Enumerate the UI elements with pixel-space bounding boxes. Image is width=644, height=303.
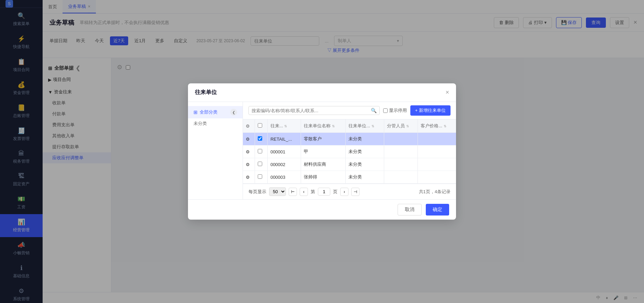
row-name: 张帅得: [301, 171, 346, 184]
row-sales-person: [384, 171, 418, 184]
partner-search-box[interactable]: 🔍: [248, 106, 380, 115]
sort-icon-price: ⇅: [444, 124, 446, 128]
table-row[interactable]: ⚙ 000001 甲 未分类: [243, 145, 456, 158]
partner-search-input[interactable]: [252, 108, 369, 113]
th-name: 往来单位名称 ⇅: [301, 119, 346, 133]
row-sales-person: [384, 145, 418, 158]
next-page-btn[interactable]: ›: [340, 188, 348, 196]
th-code: 往来... ⇅: [267, 119, 301, 133]
th-sales-person: 分管人员 ⇅: [384, 119, 418, 133]
row-3-checkbox[interactable]: [258, 162, 262, 166]
first-page-btn[interactable]: ⊢: [289, 188, 297, 196]
search-icon: 🔍: [371, 108, 377, 113]
partner-modal: 往来单位 × ⊞ 全部分类 ❮ 未分类 🔍: [188, 83, 456, 220]
page-label-before: 第: [311, 189, 315, 195]
last-page-btn[interactable]: ⊣: [351, 188, 359, 196]
page-number-input[interactable]: [318, 188, 330, 196]
partner-table: ⚙ 往来... ⇅ 往来单位名称 ⇅: [243, 119, 456, 184]
sort-icon-code: ⇅: [284, 124, 287, 128]
total-info: 共1页，4条记录: [419, 189, 451, 195]
row-settings[interactable]: ⚙: [243, 171, 255, 184]
row-price-level: [418, 158, 456, 171]
table-row[interactable]: ⚙ 000002 材料供应商 未分类: [243, 158, 456, 171]
modal-right: 🔍 显示停用 + 新增往来单位 ⚙: [243, 102, 456, 199]
add-partner-button[interactable]: + 新增往来单位: [410, 105, 451, 116]
row-name: 甲: [301, 145, 346, 158]
th-checkbox: [255, 119, 268, 133]
table-header-row: ⚙ 往来... ⇅ 往来单位名称 ⇅: [243, 119, 456, 133]
th-price-level: 客户价格... ⇅: [418, 119, 456, 133]
page-size-label: 每页显示: [248, 189, 266, 195]
modal-close-icon[interactable]: ×: [445, 89, 449, 96]
cancel-button[interactable]: 取消: [398, 204, 422, 215]
row-sales-person: [384, 158, 418, 171]
show-disabled-label: 显示停用: [389, 107, 407, 114]
row-category: 未分类: [346, 133, 384, 145]
th-settings[interactable]: ⚙: [243, 119, 255, 133]
row-settings[interactable]: ⚙: [243, 158, 255, 171]
modal-body: ⊞ 全部分类 ❮ 未分类 🔍 显示停用: [188, 102, 456, 199]
modal-pagination: 每页显示 50 ⊢ ‹ 第 页 › ⊣ 共1页，4条记录: [243, 184, 456, 199]
row-sales-person: [384, 133, 418, 145]
show-disabled-checkbox[interactable]: [383, 108, 388, 113]
row-code: RETAIL_...: [267, 133, 301, 145]
modal-table: ⚙ 往来... ⇅ 往来单位名称 ⇅: [243, 119, 456, 184]
modal-title: 往来单位: [195, 89, 217, 96]
modal-left-collapse-btn[interactable]: ❮: [230, 109, 237, 116]
modal-overlay: 往来单位 × ⊞ 全部分类 ❮ 未分类 🔍: [0, 0, 644, 303]
row-checkbox[interactable]: [255, 145, 268, 158]
row-2-checkbox[interactable]: [258, 149, 262, 153]
category-grid-icon: ⊞: [193, 109, 198, 115]
modal-toolbar: 🔍 显示停用 + 新增往来单位: [243, 102, 456, 119]
uncategorized-label: 未分类: [188, 118, 243, 129]
row-checkbox[interactable]: [255, 133, 268, 145]
sort-icon-name: ⇅: [332, 124, 335, 128]
row-1-checkbox[interactable]: [258, 136, 262, 141]
row-checkbox[interactable]: [255, 158, 268, 171]
row-code: 000002: [267, 158, 301, 171]
sort-icon-category: ⇅: [371, 124, 374, 128]
row-code: 000001: [267, 145, 301, 158]
row-4-checkbox[interactable]: [258, 174, 262, 179]
row-price-level: [418, 145, 456, 158]
show-disabled-checkbox-group: 显示停用: [383, 107, 407, 114]
row-name: 零散客户: [301, 133, 346, 145]
category-all[interactable]: ⊞ 全部分类 ❮: [188, 106, 243, 118]
th-category: 往来单位... ⇅: [346, 119, 384, 133]
sort-icon-sales: ⇅: [406, 124, 409, 128]
category-all-label: 全部分类: [200, 109, 218, 115]
row-category: 未分类: [346, 158, 384, 171]
row-checkbox[interactable]: [255, 171, 268, 184]
table-row[interactable]: ⚙ RETAIL_... 零散客户 未分类: [243, 133, 456, 145]
page-size-select[interactable]: 50: [269, 187, 286, 196]
page-label-after: 页: [333, 189, 337, 195]
row-price-level: [418, 171, 456, 184]
row-settings[interactable]: ⚙: [243, 133, 255, 145]
table-row[interactable]: ⚙ 000003 张帅得 未分类: [243, 171, 456, 184]
modal-header: 往来单位 ×: [188, 83, 456, 102]
prev-page-btn[interactable]: ‹: [300, 188, 308, 196]
row-code: 000003: [267, 171, 301, 184]
row-price-level: [418, 133, 456, 145]
modal-actions: 取消 确定: [188, 199, 456, 220]
row-settings[interactable]: ⚙: [243, 145, 255, 158]
confirm-button[interactable]: 确定: [426, 204, 449, 215]
row-name: 材料供应商: [301, 158, 346, 171]
modal-categories: ⊞ 全部分类 ❮ 未分类: [188, 102, 243, 199]
table-select-all[interactable]: [258, 123, 262, 128]
row-category: 未分类: [346, 145, 384, 158]
row-category: 未分类: [346, 171, 384, 184]
